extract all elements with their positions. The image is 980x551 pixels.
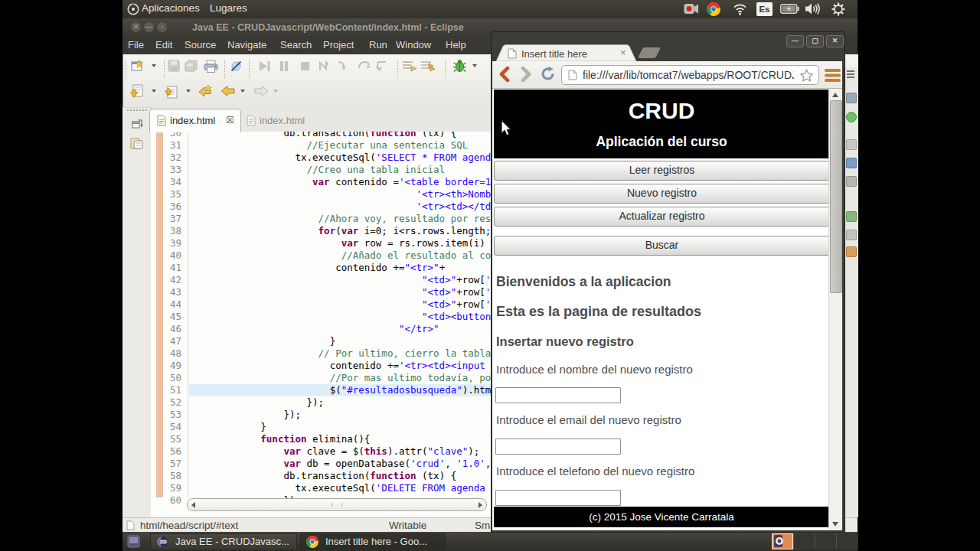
show-whitespace-icon[interactable] — [420, 60, 436, 72]
chrome-close-button[interactable]: ✕ — [826, 35, 844, 47]
view-icon[interactable] — [846, 246, 857, 257]
taskbar-window-eclipse[interactable]: Java EE - CRUDJavasc... — [150, 533, 297, 550]
tab-close-icon[interactable]: × — [620, 47, 626, 58]
field-input-3[interactable] — [495, 490, 621, 506]
url-text[interactable]: file:///var/lib/tomcat7/webapps/ROOT/CRU… — [583, 69, 794, 81]
view-icon[interactable] — [846, 176, 857, 187]
keyboard-layout-icon[interactable]: Es — [756, 2, 773, 16]
eclipse-close-button[interactable]: ✕ — [131, 22, 141, 32]
views-menu-icon[interactable] — [847, 70, 854, 72]
chrome-minimize-button[interactable]: — — [786, 35, 804, 47]
html-file-icon — [157, 115, 166, 126]
debug-icon[interactable] — [453, 59, 466, 73]
suspend-icon — [279, 60, 289, 72]
tab-index-html-active[interactable]: index.html ☒ — [149, 109, 241, 132]
workspace-4[interactable] — [836, 533, 858, 549]
skip-breakpoints-icon[interactable] — [230, 60, 243, 73]
export-dropdown-icon[interactable] — [186, 90, 191, 93]
eclipse-menu-window[interactable]: Window — [396, 39, 431, 51]
export-icon[interactable] — [165, 84, 178, 99]
show-desktop-icon[interactable] — [127, 535, 140, 548]
view-icon[interactable] — [846, 158, 857, 168]
page-icon — [568, 70, 577, 80]
import-dropdown-icon[interactable] — [152, 90, 156, 93]
scroll-thumb[interactable] — [830, 100, 842, 293]
palette-view-icon[interactable] — [130, 137, 144, 150]
battery-icon[interactable] — [780, 4, 799, 14]
eclipse-menu-file[interactable]: File — [128, 39, 144, 51]
eclipse-minimize-button[interactable]: — — [144, 22, 154, 32]
volume-icon[interactable] — [805, 2, 822, 15]
forward-dropdown-icon[interactable] — [273, 90, 278, 93]
code-line-52: }); — [191, 396, 324, 409]
editor-hscrollbar[interactable] — [187, 498, 487, 511]
tab-close-icon[interactable]: ☒ — [226, 115, 234, 126]
desktop: Aplicaciones Lugares — [122, 0, 858, 551]
browser-tab-title[interactable]: Insert title here — [521, 48, 587, 60]
tab-index-html-inactive[interactable]: index.html — [241, 110, 318, 132]
field-input-2[interactable] — [495, 439, 621, 455]
view-icon[interactable] — [846, 93, 857, 103]
drag-handle-icon[interactable] — [127, 109, 147, 113]
forward-icon[interactable] — [519, 67, 533, 82]
eclipse-menu-search[interactable]: Search — [280, 39, 312, 51]
new-wizard-dropdown-icon[interactable] — [152, 64, 156, 67]
menu-aplicaciones[interactable]: Aplicaciones — [142, 2, 200, 14]
workspace-1-active[interactable] — [772, 533, 793, 549]
address-bar[interactable]: file:///var/lib/tomcat7/webapps/ROOT/CRU… — [561, 65, 819, 85]
last-edit-location-icon[interactable] — [198, 85, 214, 97]
scroll-down-icon[interactable] — [832, 522, 838, 527]
chrome-icon[interactable] — [707, 2, 720, 16]
eclipse-maximize-button[interactable]: ▫ — [157, 22, 167, 32]
eclipse-menu-navigate[interactable]: Navigate — [227, 39, 266, 51]
page-button-4[interactable]: Buscar — [494, 236, 830, 256]
page-button-3[interactable]: Actualizar registro — [494, 207, 830, 227]
workspace-3[interactable] — [815, 533, 837, 549]
eclipse-menu-run[interactable]: Run — [369, 39, 387, 51]
debug-dropdown-icon[interactable] — [472, 64, 477, 67]
page-button-2[interactable]: Nuevo registro — [494, 184, 830, 204]
chrome-maximize-button[interactable]: ▢ — [806, 35, 824, 47]
page-scrollbar[interactable] — [828, 89, 842, 530]
taskbar-window-label: Java EE - CRUDJavasc... — [175, 536, 289, 547]
view-icon[interactable] — [846, 112, 857, 122]
back-icon[interactable] — [220, 85, 236, 97]
resume-icon — [258, 60, 270, 72]
power-gear-icon[interactable] — [831, 2, 845, 16]
mark-occurrences-icon[interactable] — [402, 60, 416, 72]
bookmark-star-icon[interactable] — [800, 69, 813, 82]
new-wizard-icon[interactable] — [131, 60, 145, 72]
line-number: 59 — [162, 482, 181, 494]
line-number: 55 — [162, 433, 181, 445]
wifi-icon[interactable] — [733, 2, 747, 15]
ubuntu-logo-icon[interactable] — [127, 3, 139, 15]
line-number: 48 — [162, 347, 181, 360]
page-button-1[interactable]: Leer registros — [494, 161, 830, 181]
line-number: 50 — [162, 372, 181, 384]
workspace-2[interactable] — [793, 533, 815, 549]
screen-recorder-icon[interactable] — [684, 2, 699, 15]
reload-icon[interactable] — [540, 66, 556, 82]
view-icon[interactable] — [846, 211, 857, 222]
step-into-icon — [337, 60, 349, 72]
scroll-left-icon[interactable] — [191, 502, 195, 508]
view-icon[interactable] — [846, 139, 857, 150]
eclipse-menu-edit[interactable]: Edit — [155, 39, 172, 51]
scroll-right-icon[interactable] — [479, 502, 482, 508]
view-icon[interactable] — [846, 230, 857, 240]
eclipse-menu-project[interactable]: Project — [323, 39, 354, 51]
tab-favicon-page-icon — [508, 48, 517, 59]
field-input-1[interactable] — [495, 387, 621, 403]
menu-lugares[interactable]: Lugares — [210, 2, 247, 14]
menu-hamburger-icon[interactable] — [825, 69, 841, 72]
back-icon[interactable] — [498, 67, 511, 82]
import-icon[interactable] — [130, 84, 143, 99]
restore-view-icon[interactable] — [132, 119, 143, 129]
line-number: 54 — [162, 421, 181, 433]
scroll-up-icon[interactable] — [832, 93, 838, 97]
eclipse-menu-help[interactable]: Help — [446, 39, 466, 51]
print-icon[interactable] — [204, 60, 218, 73]
taskbar-window-chrome[interactable]: Insert title here - Goo... — [300, 533, 446, 550]
eclipse-menu-source[interactable]: Source — [185, 39, 216, 51]
back-dropdown-icon[interactable] — [240, 90, 245, 93]
